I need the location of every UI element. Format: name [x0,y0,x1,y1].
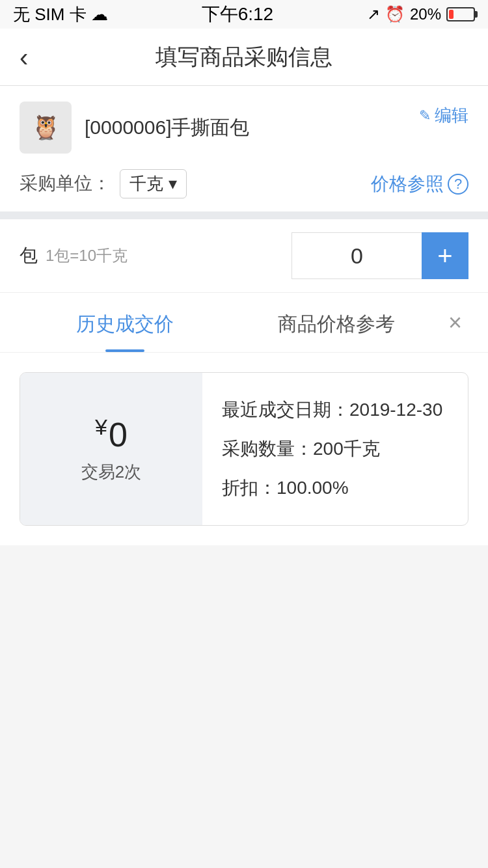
history-card: ¥0 交易2次 最近成交日期：2019-12-30 采购数量：200千克 折扣：… [20,372,468,526]
alarm-icon: ⏰ [385,5,405,23]
history-price: ¥0 [95,414,128,454]
tabs-section: 历史成交价 商品价格参考 × ¥0 交易2次 最近成交日期：2019-12-30… [0,293,488,545]
edit-button[interactable]: ✎ 编辑 [419,104,468,127]
quantity-unit-hint: 1包=10千克 [46,245,291,266]
card-right-details: 最近成交日期：2019-12-30 采购数量：200千克 折扣：100.00% [202,373,468,525]
purchase-unit-row: 采购单位： 千克 ▾ 价格参照 ? [20,169,468,198]
status-bar: 无 SIM 卡 ☁ 下午6:12 ↗ ⏰ 20% [0,0,488,29]
unit-label-text: 采购单位： [20,173,111,193]
currency-symbol: ¥ [95,414,107,439]
status-time: 下午6:12 [202,2,274,27]
status-right: ↗ ⏰ 20% [367,5,475,23]
nav-bar: ‹ 填写商品采购信息 [0,29,488,86]
tab-close-button[interactable]: × [442,305,468,341]
status-left: 无 SIM 卡 ☁ [13,3,108,26]
battery-fill [449,10,454,19]
date-value: 2019-12-30 [349,400,442,420]
detail-quantity: 采购数量：200千克 [222,435,448,463]
product-info-left: 🦉 [0000006]手撕面包 [20,102,249,154]
product-thumbnail: 🦉 [20,102,72,154]
price-ref-label: 价格参照 [371,172,444,197]
quantity-input-wrapper: + [291,232,468,279]
trade-count: 交易2次 [81,461,141,483]
quantity-label: 采购数量： [222,439,313,459]
unit-info: 采购单位： 千克 ▾ [20,169,187,198]
tab-content-history: ¥0 交易2次 最近成交日期：2019-12-30 采购数量：200千克 折扣：… [0,353,488,545]
edit-label: 编辑 [435,104,468,127]
card-left-price: ¥0 交易2次 [20,373,202,525]
page-body [0,545,488,868]
quantity-row: 包 1包=10千克 + [0,219,488,293]
battery-percent: 20% [410,5,441,23]
quantity-plus-button[interactable]: + [422,232,468,279]
product-header: 🦉 [0000006]手撕面包 ✎ 编辑 [20,102,468,154]
detail-discount: 折扣：100.00% [222,474,448,502]
discount-value: 100.00% [277,478,349,498]
product-image-icon: 🦉 [31,114,61,141]
page-title: 填写商品采购信息 [156,42,332,72]
price-value: 0 [109,416,128,454]
quantity-input[interactable] [291,232,422,279]
price-reference-button[interactable]: 价格参照 ? [371,172,468,197]
question-mark-icon: ? [448,174,468,195]
discount-label: 折扣： [222,478,277,498]
product-section: 🦉 [0000006]手撕面包 ✎ 编辑 采购单位： 千克 ▾ 价格参照 ? [0,86,488,211]
back-button[interactable]: ‹ [20,44,28,70]
date-label: 最近成交日期： [222,400,349,420]
dropdown-arrow-icon: ▾ [169,174,177,194]
detail-date: 最近成交日期：2019-12-30 [222,396,448,424]
tab-product-price-ref[interactable]: 商品价格参考 [230,293,441,352]
unit-value: 千克 [129,172,163,195]
quantity-unit-label: 包 [20,243,38,268]
section-divider [0,211,488,219]
tab-history-price[interactable]: 历史成交价 [20,293,230,352]
unit-dropdown[interactable]: 千克 ▾ [120,169,187,198]
quantity-value: 200千克 [313,439,380,459]
edit-icon: ✎ [419,107,431,124]
location-icon: ↗ [367,5,380,23]
battery-bar [446,7,475,21]
tabs-header: 历史成交价 商品价格参考 × [0,293,488,353]
product-name: [0000006]手撕面包 [85,115,249,141]
sim-wifi-label: 无 SIM 卡 ☁ [13,3,108,26]
